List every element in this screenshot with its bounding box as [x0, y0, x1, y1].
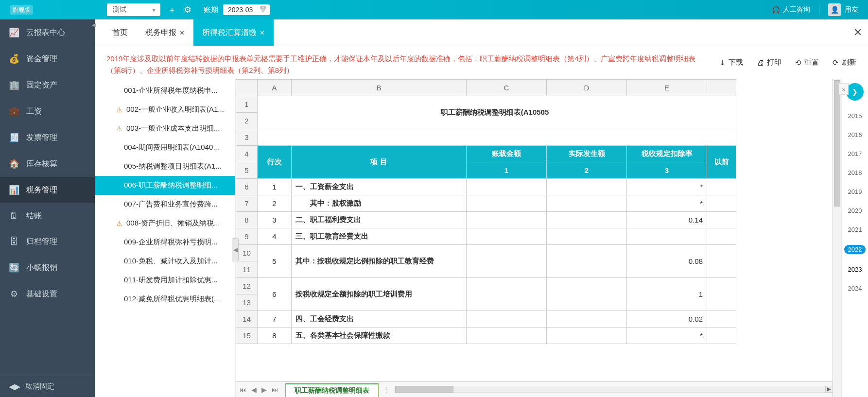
year-item[interactable]: 2017	[848, 150, 862, 157]
year-item[interactable]: 2020	[848, 207, 862, 214]
cell[interactable]	[707, 228, 736, 245]
form-list-item[interactable]: 005-纳税调整项目明细表(A1...	[95, 157, 235, 176]
row-header[interactable]: 11	[236, 261, 258, 278]
col-header[interactable]: C	[467, 80, 547, 96]
sheet-first-icon[interactable]: ⏮	[240, 386, 246, 394]
col-header[interactable]: D	[547, 80, 627, 96]
company-select[interactable]: 测试	[107, 3, 160, 16]
spreadsheet[interactable]: A B C D E 1 职工薪酬纳税调整明细表(A10505	[236, 79, 736, 344]
form-list-item[interactable]: ⚠002-一般企业收入明细表(A1...	[95, 100, 235, 119]
form-list-item[interactable]: 010-免税、减计收入及加计...	[95, 252, 235, 271]
year-item[interactable]: 2019	[848, 188, 862, 195]
user-menu[interactable]: 👤 用友	[828, 3, 858, 16]
row-header[interactable]: 2	[236, 113, 258, 129]
tab-close-icon[interactable]: ✕	[179, 29, 185, 36]
row-header[interactable]: 15	[236, 328, 258, 344]
cell[interactable]	[467, 212, 547, 228]
sidebar-item[interactable]: ⚙基础设置	[0, 281, 95, 307]
form-list-item[interactable]: 012-减免所得税优惠明细表(...	[95, 290, 235, 309]
cell[interactable]: 0.02	[627, 311, 707, 328]
form-list-item[interactable]: ⚠008-资产折旧、摊销及纳税...	[95, 214, 235, 233]
row-header[interactable]: 14	[236, 311, 258, 328]
form-list-item[interactable]: 006-职工薪酬纳税调整明细...	[95, 176, 235, 195]
cell[interactable]	[547, 328, 627, 344]
cell-item[interactable]: 其中：股权激励	[292, 195, 467, 212]
cell-rownum[interactable]: 5	[258, 245, 292, 278]
cell[interactable]	[707, 212, 736, 228]
cell[interactable]	[467, 245, 547, 278]
print-button[interactable]: 🖨打印	[757, 58, 781, 67]
sidebar-item[interactable]: 🏢固定资产	[0, 72, 95, 98]
sheet-prev-icon[interactable]: ◀	[251, 386, 257, 394]
col-header[interactable]: A	[258, 80, 292, 96]
vscroll-thumb[interactable]	[834, 80, 840, 207]
sidebar-item[interactable]: 🔄小畅报销	[0, 255, 95, 281]
year-item[interactable]: 2018	[848, 169, 862, 176]
cell[interactable]	[547, 212, 627, 228]
cell[interactable]	[467, 228, 547, 245]
consult-button[interactable]: 🎧 人工咨询	[772, 5, 810, 14]
cell[interactable]	[547, 311, 627, 328]
form-list-item[interactable]: ⚠003-一般企业成本支出明细...	[95, 119, 235, 138]
sidebar-item[interactable]: 📈云报表中心	[0, 19, 95, 46]
cell[interactable]	[707, 245, 736, 278]
year-rail-bubble[interactable]: ❯	[846, 83, 864, 101]
tab[interactable]: 所得税汇算清缴✕	[193, 19, 274, 46]
cell[interactable]: *	[627, 195, 707, 212]
sidebar-item[interactable]: 🗓结账	[0, 203, 95, 229]
cell-item[interactable]: 四、工会经费支出	[292, 311, 467, 328]
sheet-corner[interactable]	[236, 80, 258, 96]
cell[interactable]	[467, 179, 547, 195]
form-list-item[interactable]: 007-广告费和业务宣传费跨...	[95, 195, 235, 214]
cell[interactable]	[467, 328, 547, 344]
row-header[interactable]: 7	[236, 195, 258, 212]
cell[interactable]	[547, 245, 627, 278]
sidebar-item[interactable]: 📊税务管理	[0, 177, 95, 203]
cell-rownum[interactable]: 4	[258, 228, 292, 245]
sidebar-item[interactable]: 🗄归档管理	[0, 229, 95, 255]
collapse-handle[interactable]: ◀	[232, 238, 239, 261]
row-header[interactable]: 13	[236, 294, 258, 311]
row-header[interactable]: 6	[236, 179, 258, 195]
add-icon[interactable]: ＋	[168, 4, 176, 16]
reset-button[interactable]: ⟲重置	[795, 58, 819, 67]
cell[interactable]	[707, 179, 736, 195]
sidebar-item[interactable]: 🧾发票管理	[0, 124, 95, 151]
row-header[interactable]: 9	[236, 228, 258, 245]
vscrollbar[interactable]	[833, 79, 841, 397]
cell[interactable]	[707, 311, 736, 328]
cell[interactable]	[547, 228, 627, 245]
hscroll-right-icon[interactable]: ▶	[825, 386, 833, 393]
refresh-button[interactable]: ⟳刷新	[833, 58, 856, 67]
cell-item[interactable]: 三、职工教育经费支出	[292, 228, 467, 245]
hscroll-track[interactable]	[395, 386, 833, 393]
cell[interactable]	[547, 179, 627, 195]
year-item[interactable]: 2021	[848, 226, 862, 233]
row-header[interactable]: 3	[236, 129, 258, 146]
year-item[interactable]: 2022	[844, 245, 866, 254]
cell[interactable]	[467, 195, 547, 212]
col-header[interactable]	[707, 80, 736, 96]
cell[interactable]: 1	[627, 278, 707, 311]
cell-rownum[interactable]: 8	[258, 328, 292, 344]
year-item[interactable]: 2015	[848, 112, 862, 120]
cell-item[interactable]: 其中：按税收规定比例扣除的职工教育经费	[292, 245, 467, 278]
col-header[interactable]: E	[627, 80, 707, 96]
tab[interactable]: 首页	[104, 19, 137, 46]
hscrollbar[interactable]: ◀ ▶	[395, 382, 833, 397]
form-list-item[interactable]: 009-企业所得税弥补亏损明...	[95, 233, 235, 252]
sidebar-item[interactable]: 🏠库存核算	[0, 151, 95, 177]
cell-item[interactable]: 二、职工福利费支出	[292, 212, 467, 228]
cell-rownum[interactable]: 3	[258, 212, 292, 228]
cell[interactable]	[627, 228, 707, 245]
year-item[interactable]: 2024	[848, 285, 862, 292]
row-header[interactable]: 4	[236, 146, 258, 162]
cell-rownum[interactable]: 7	[258, 311, 292, 328]
cell-rownum[interactable]: 1	[258, 179, 292, 195]
cell[interactable]: 0.14	[627, 212, 707, 228]
form-list-item[interactable]: 001-企业所得税年度纳税申...	[95, 81, 235, 100]
cell-rownum[interactable]: 2	[258, 195, 292, 212]
cell[interactable]	[467, 278, 547, 311]
row-header[interactable]: 10	[236, 245, 258, 261]
cell-rownum[interactable]: 6	[258, 278, 292, 311]
